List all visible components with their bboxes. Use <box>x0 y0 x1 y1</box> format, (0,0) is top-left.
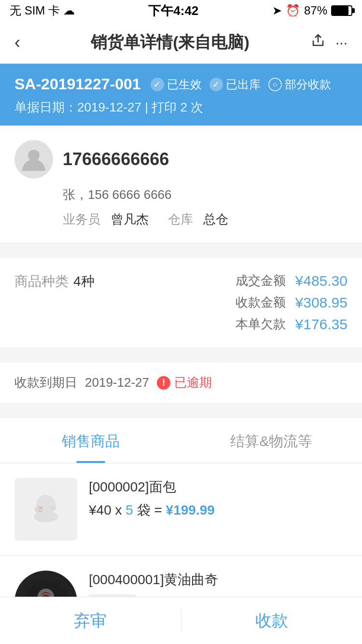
product-image-1: 🦉 <box>14 478 77 541</box>
stat-received: 收款金额 ¥308.95 <box>236 294 348 311</box>
alarm-icon: ⏰ <box>286 4 300 17</box>
product-qty-1: 5 <box>125 503 133 518</box>
customer-phone: 17666666666 <box>63 149 169 169</box>
salesperson-value: 曾凡杰 <box>111 212 149 226</box>
stats-right: 成交金额 ¥485.30 收款金额 ¥308.95 本单欠款 ¥176.35 <box>236 272 348 333</box>
debt-label: 本单欠款 <box>236 316 286 333</box>
tabs-header: 销售商品 结算&物流等 <box>0 418 362 463</box>
deal-amount: ¥485.30 <box>295 273 348 289</box>
due-section: 收款到期日 2019-12-27 ! 已逾期 <box>0 363 362 403</box>
separator-1 <box>0 250 362 258</box>
tab-settlement[interactable]: 结算&物流等 <box>181 418 362 463</box>
customer-section: 17666666666 张，156 6666 6666 业务员 曾凡杰 仓库 总… <box>0 126 362 242</box>
battery-level: 87% <box>304 4 327 17</box>
nav-actions: ··· <box>310 33 348 52</box>
order-badges: ✓ 已生效 ✓ 已出库 ○ 部分收款 <box>151 77 331 92</box>
location-icon: ➤ <box>272 4 282 17</box>
customer-contact: 张，156 6666 6666 <box>14 186 348 203</box>
tabs-section: 销售商品 结算&物流等 <box>0 418 362 463</box>
stat-deal: 成交金额 ¥485.30 <box>236 272 348 289</box>
clock-icon: ○ <box>268 78 282 91</box>
status-bar: 无 SIM 卡 ☁ 下午4:42 ➤ ⏰ 87% <box>0 0 362 21</box>
product-name-1: [0000002]面包 <box>89 478 348 496</box>
abandon-review-button[interactable]: 弃审 <box>0 600 181 642</box>
separator-3 <box>0 410 362 418</box>
received-label: 收款金额 <box>236 294 286 311</box>
nav-bar: ‹ 销货单详情(来自电脑) ··· <box>0 21 362 64</box>
badge-shipped: ✓ 已出库 <box>209 77 261 92</box>
warehouse-value: 总仓 <box>203 212 228 226</box>
check-icon-1: ✓ <box>151 78 164 91</box>
received-amount: ¥308.95 <box>295 294 348 311</box>
deal-label: 成交金额 <box>236 272 286 289</box>
order-id: SA-20191227-001 <box>14 75 141 93</box>
order-header: SA-20191227-001 ✓ 已生效 ✓ 已出库 ○ 部分收款 单据日期：… <box>0 64 362 126</box>
svg-point-4 <box>34 511 58 522</box>
overdue-text: 已逾期 <box>174 374 212 391</box>
product-info-1: [0000002]面包 ¥40 x 5 袋 = ¥199.99 <box>89 478 348 519</box>
battery-icon <box>331 5 352 16</box>
status-left: 无 SIM 卡 ☁ <box>10 3 75 18</box>
status-right: ➤ ⏰ 87% <box>272 4 352 17</box>
sim-status: 无 SIM 卡 ☁ <box>10 3 75 18</box>
customer-avatar <box>14 140 53 179</box>
collect-payment-button[interactable]: 收款 <box>181 600 362 642</box>
share-button[interactable] <box>310 33 326 52</box>
type-count: 4种 <box>73 272 95 291</box>
badge-partial: ○ 部分收款 <box>268 77 331 92</box>
separator-2 <box>0 355 362 363</box>
overdue-badge: ! 已逾期 <box>157 374 212 391</box>
more-button[interactable]: ··· <box>335 34 348 51</box>
salesperson-label: 业务员 <box>63 212 100 226</box>
due-label: 收款到期日 <box>14 374 77 391</box>
badge-effective: ✓ 已生效 <box>151 77 202 92</box>
svg-point-3 <box>50 505 56 511</box>
stats-section: 商品种类 4种 成交金额 ¥485.30 收款金额 ¥308.95 本单欠款 ¥… <box>0 258 362 347</box>
product-total-1: ¥199.99 <box>166 503 215 518</box>
warehouse-label: 仓库 <box>168 212 193 226</box>
svg-text:🦉: 🦉 <box>38 506 44 512</box>
product-item-1: 🦉 [0000002]面包 ¥40 x 5 袋 = ¥199.99 <box>0 463 362 555</box>
stat-debt: 本单欠款 ¥176.35 <box>236 316 348 333</box>
order-date: 单据日期：2019-12-27 | 打印 2 次 <box>14 99 348 116</box>
product-price-1: ¥40 x 5 袋 = ¥199.99 <box>89 501 348 519</box>
page-title: 销货单详情(来自电脑) <box>30 31 310 54</box>
due-date: 2019-12-27 <box>85 375 149 390</box>
product-name-2: [000400001]黄油曲奇 <box>89 571 348 589</box>
type-label: 商品种类 <box>14 272 69 291</box>
debt-amount: ¥176.35 <box>295 316 348 333</box>
tab-products[interactable]: 销售商品 <box>0 418 181 463</box>
check-icon-2: ✓ <box>209 78 223 91</box>
overdue-icon: ! <box>157 376 170 390</box>
customer-meta: 业务员 曾凡杰 仓库 总仓 <box>14 211 348 228</box>
status-time: 下午4:42 <box>148 2 198 19</box>
bottom-bar: 弃审 收款 <box>0 597 362 644</box>
back-button[interactable]: ‹ <box>14 32 20 53</box>
stats-left: 商品种类 4种 <box>14 272 95 291</box>
